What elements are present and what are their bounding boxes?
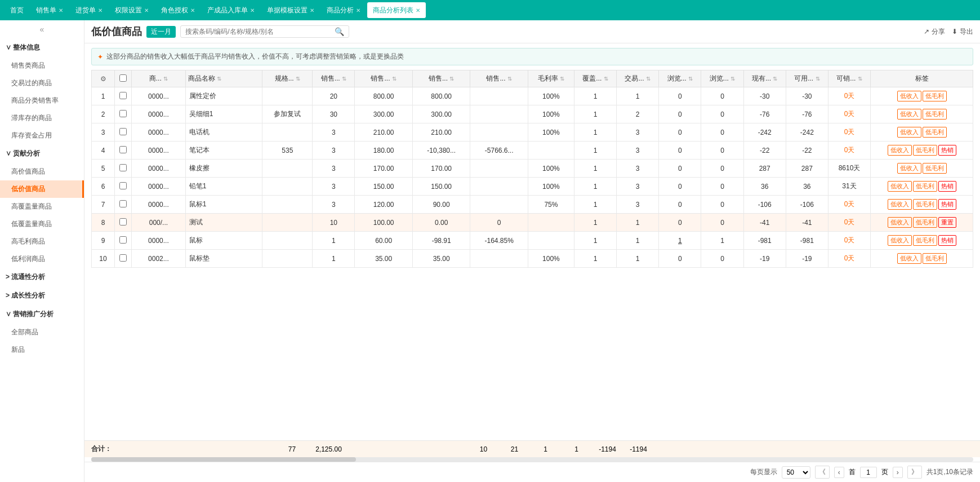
nav-close-icon[interactable]: ✕ (190, 7, 195, 14)
nav-close-icon[interactable]: ✕ (310, 7, 314, 14)
nav-sales-order[interactable]: 销售单 ✕ (30, 2, 69, 18)
tag-badge: 低毛利 (923, 109, 947, 120)
row-checkbox[interactable] (115, 196, 132, 214)
row-checkbox[interactable] (115, 141, 132, 160)
th-sales-amt[interactable]: 销售... ⇅ (355, 70, 413, 87)
prev-page-button[interactable]: ‹ (834, 467, 844, 478)
settings-icon[interactable]: ⚙ (100, 75, 106, 83)
th-sales-other[interactable]: 销售... ⇅ (470, 70, 528, 87)
th-checkbox[interactable] (115, 70, 132, 87)
row-num: 5 (92, 160, 115, 178)
row-num: 2 (92, 105, 115, 123)
nav-close-icon[interactable]: ✕ (59, 7, 63, 14)
last-page-button[interactable]: 》 (907, 466, 922, 479)
collapse-button[interactable]: « (0, 20, 84, 38)
sidebar-item-low-coverage[interactable]: 低覆盖量商品 (0, 215, 84, 233)
nav-role-auth[interactable]: 角色授权 ✕ (155, 2, 201, 18)
th-stock1[interactable]: 现有... ⇅ (743, 70, 786, 87)
sidebar-group-marketing[interactable]: ∨ 营销推广分析 (0, 305, 84, 324)
tag-badge: 热销 (938, 235, 956, 246)
nav-close-icon[interactable]: ✕ (98, 7, 103, 14)
th-spec[interactable]: 规格... ⇅ (262, 70, 313, 87)
tag-badge: 低毛利 (913, 217, 937, 228)
row-checkbox[interactable] (115, 87, 132, 105)
nav-template-settings[interactable]: 单据模板设置 ✕ (261, 2, 320, 18)
row-code: 0002... (132, 250, 186, 268)
nav-product-storage[interactable]: 产成品入库单 ✕ (202, 2, 260, 18)
row-sales-qty: 30 (313, 105, 355, 123)
sidebar-group-circulation[interactable]: > 流通性分析 (0, 268, 84, 286)
nav-close-icon[interactable]: ✕ (356, 7, 360, 14)
row-checkbox[interactable] (115, 123, 132, 141)
nav-close-icon[interactable]: ✕ (416, 7, 420, 14)
row-browse1[interactable]: 1 (659, 232, 701, 250)
sidebar-item-high-coverage[interactable]: 高覆盖量商品 (0, 198, 84, 215)
search-icon[interactable]: 🔍 (335, 27, 344, 36)
row-name: 吴细细1 (185, 105, 262, 123)
select-all-checkbox[interactable] (119, 74, 127, 82)
search-input[interactable] (185, 28, 332, 36)
row-checkbox[interactable] (115, 250, 132, 268)
th-margin[interactable]: 毛利率 ⇅ (528, 70, 574, 87)
th-sellable[interactable]: 可销... ⇅ (828, 70, 870, 87)
sidebar-item-slow-products[interactable]: 滞库存的商品 (0, 109, 84, 127)
table-row: 4 0000... 笔记本 535 3 180.00 -10,380... -5… (92, 141, 973, 160)
sidebar-item-new-products[interactable]: 新品 (0, 341, 84, 359)
share-button[interactable]: ↗ 分享 (924, 27, 945, 37)
row-num: 8 (92, 214, 115, 232)
th-sales-qty[interactable]: 销售... ⇅ (313, 70, 355, 87)
nav-permissions[interactable]: 权限设置 ✕ (109, 2, 154, 18)
tag-badge: 低收入 (897, 253, 921, 264)
nav-product-analysis[interactable]: 商品分析 ✕ (321, 2, 366, 18)
row-checkbox[interactable] (115, 178, 132, 196)
th-browse1[interactable]: 浏览... ⇅ (659, 70, 701, 87)
th-cover[interactable]: 覆盖... ⇅ (574, 70, 616, 87)
row-stock1: 287 (743, 160, 786, 178)
nav-home[interactable]: 首页 (5, 2, 29, 18)
th-gear[interactable]: ⚙ (92, 70, 115, 87)
sidebar-item-low-value[interactable]: 低价值商品 (0, 180, 84, 198)
export-button[interactable]: ⬇ 导出 (952, 27, 973, 37)
row-checkbox[interactable] (115, 232, 132, 250)
nav-purchase-order[interactable]: 进货单 ✕ (70, 2, 108, 18)
th-trade[interactable]: 交易... ⇅ (617, 70, 659, 87)
row-checkbox[interactable] (115, 214, 132, 232)
row-num: 9 (92, 232, 115, 250)
th-browse2[interactable]: 浏览... ⇅ (701, 70, 743, 87)
sidebar-item-high-value[interactable]: 高价值商品 (0, 163, 84, 180)
th-sales-cost[interactable]: 销售... ⇅ (412, 70, 470, 87)
tag-badge: 低收入 (888, 199, 912, 210)
page-input[interactable] (860, 467, 877, 478)
sidebar-group-overall[interactable]: ∨ 整体信息 (0, 38, 84, 57)
page-jump-label: 页 (881, 467, 888, 477)
sidebar-item-traded-products[interactable]: 交易过的商品 (0, 74, 84, 92)
next-page-button[interactable]: › (893, 467, 903, 478)
sidebar-group-contribution[interactable]: ∨ 贡献分析 (0, 144, 84, 163)
sidebar-item-low-profit[interactable]: 低利润商品 (0, 250, 84, 268)
th-code[interactable]: 商... ⇅ (132, 70, 186, 87)
row-trade: 3 (617, 160, 659, 178)
nav-product-analysis-list[interactable]: 商品分析列表 ✕ (367, 2, 426, 18)
nav-close-icon[interactable]: ✕ (144, 7, 149, 14)
row-trade: 1 (617, 232, 659, 250)
table-row: 3 0000... 电话机 3 210.00 210.00 100% 1 3 0… (92, 123, 973, 141)
nav-close-icon[interactable]: ✕ (250, 7, 255, 14)
sidebar-item-high-margin[interactable]: 高毛利商品 (0, 233, 84, 250)
sidebar-item-sales-products[interactable]: 销售类商品 (0, 57, 84, 74)
sidebar-group-growth[interactable]: > 成长性分析 (0, 286, 84, 305)
per-page-select[interactable]: 50 100 200 (782, 466, 810, 479)
tag-badge: 低收入 (888, 235, 912, 246)
period-tag-button[interactable]: 近一月 (146, 26, 176, 38)
first-page-button[interactable]: 《 (815, 466, 830, 479)
row-checkbox[interactable] (115, 105, 132, 123)
th-stock2[interactable]: 可用... ⇅ (786, 70, 828, 87)
per-page-label: 每页显示 (750, 467, 777, 477)
sidebar-item-stock-capital[interactable]: 库存资金占用 (0, 127, 84, 144)
row-days: 0天 (828, 214, 870, 232)
th-name[interactable]: 商品名称 ⇅ (185, 70, 262, 87)
row-code: 0000... (132, 160, 186, 178)
sidebar-item-category-sales-rate[interactable]: 商品分类销售率 (0, 92, 84, 109)
row-cover: 1 (574, 105, 616, 123)
row-checkbox[interactable] (115, 160, 132, 178)
sidebar-item-all-products[interactable]: 全部商品 (0, 324, 84, 341)
